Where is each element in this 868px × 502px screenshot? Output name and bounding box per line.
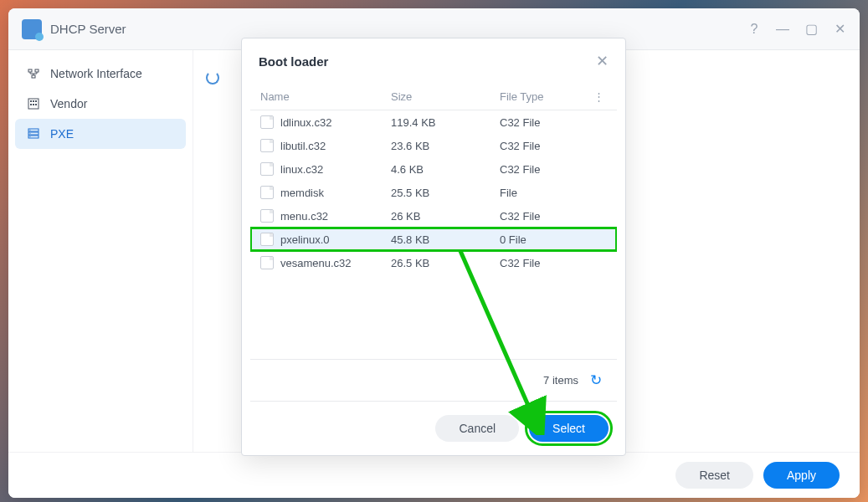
refresh-button[interactable]: ↻ [590,371,602,389]
table-row[interactable]: vesamenu.c32 26.5 KB C32 File [250,251,617,274]
minimize-button[interactable]: — [776,23,789,36]
modal-close-button[interactable]: ✕ [596,52,609,70]
file-name: ldlinux.c32 [280,116,331,129]
table-row[interactable]: pxelinux.0 45.8 KB 0 File [250,228,617,251]
boot-loader-modal: Boot loader ✕ Name Size File Type ⋮ ldli… [241,38,626,456]
file-icon [260,139,274,152]
svg-rect-8 [33,104,34,105]
file-type: C32 File [500,140,610,152]
file-size: 25.5 KB [391,187,500,199]
file-size: 4.6 KB [391,163,500,176]
file-type: C32 File [500,116,610,129]
file-icon [260,256,274,269]
main-footer: Reset Apply [8,452,860,498]
sidebar-item-label: Vendor [50,97,87,110]
table-row[interactable]: memdisk 25.5 KB File [250,181,617,204]
file-name: libutil.c32 [280,140,326,152]
file-icon [260,162,274,176]
building-icon [25,97,42,110]
sidebar-item-network-interface[interactable]: Network Interface [15,59,186,89]
file-size: 26.5 KB [391,257,500,269]
file-size: 26 KB [391,210,500,223]
network-icon [25,67,42,80]
file-table: Name Size File Type ⋮ ldlinux.c32 119.4 … [242,84,625,402]
svg-rect-4 [30,100,32,102]
svg-rect-0 [28,69,32,72]
maximize-button[interactable]: ▢ [804,23,818,36]
column-type[interactable]: File Type [500,90,593,103]
table-row[interactable]: menu.c32 26 KB C32 File [250,204,617,228]
svg-point-13 [30,130,31,131]
file-icon [260,115,274,129]
app-icon [22,19,42,39]
file-name: linux.c32 [280,163,323,176]
column-size[interactable]: Size [391,90,500,103]
svg-rect-9 [35,104,37,105]
table-header: Name Size File Type ⋮ [250,84,617,110]
sidebar-item-vendor[interactable]: Vendor [15,89,186,119]
file-size: 119.4 KB [391,116,500,129]
modal-header: Boot loader ✕ [242,38,625,84]
file-icon [260,209,274,223]
svg-point-15 [30,136,31,137]
sidebar-item-label: PXE [50,127,74,141]
file-type: File [500,187,610,199]
file-type: 0 File [500,233,610,246]
svg-rect-2 [32,75,35,78]
modal-title: Boot loader [259,54,328,69]
svg-rect-5 [33,100,34,102]
sidebar: Network Interface Vendor PXE [8,50,193,452]
item-count: 7 items [543,374,578,387]
table-row[interactable]: ldlinux.c32 119.4 KB C32 File [250,110,617,134]
table-row[interactable]: linux.c32 4.6 KB C32 File [250,157,617,181]
sidebar-item-label: Network Interface [50,67,142,80]
file-icon [260,186,274,199]
table-body: ldlinux.c32 119.4 KB C32 File libutil.c3… [250,110,617,359]
file-type: C32 File [500,210,610,223]
column-menu-button[interactable]: ⋮ [593,90,610,103]
file-size: 45.8 KB [391,233,500,246]
server-icon [25,127,42,141]
close-button[interactable]: ✕ [833,23,846,36]
svg-rect-1 [35,69,39,72]
apply-button[interactable]: Apply [763,462,840,489]
sidebar-item-pxe[interactable]: PXE [15,119,186,149]
window-title: DHCP Server [50,22,747,36]
file-name: pxelinux.0 [280,233,330,246]
table-footer: 7 items ↻ [250,359,617,402]
reset-button[interactable]: Reset [675,462,753,489]
svg-point-14 [30,133,31,134]
file-size: 23.6 KB [391,140,500,152]
file-type: C32 File [500,257,610,269]
svg-rect-6 [35,100,37,102]
svg-rect-7 [30,104,32,105]
help-button[interactable]: ? [747,23,761,36]
modal-footer: Cancel Select [242,402,625,455]
file-name: menu.c32 [280,210,328,223]
file-name: memdisk [280,187,324,199]
file-name: vesamenu.c32 [280,257,352,269]
file-icon [260,233,274,246]
loading-spinner [206,71,219,85]
select-button[interactable]: Select [529,415,609,442]
file-type: C32 File [500,163,610,176]
window-controls: ? — ▢ ✕ [747,23,846,36]
cancel-button[interactable]: Cancel [435,415,519,442]
table-row[interactable]: libutil.c32 23.6 KB C32 File [250,134,617,157]
column-name[interactable]: Name [257,90,391,103]
